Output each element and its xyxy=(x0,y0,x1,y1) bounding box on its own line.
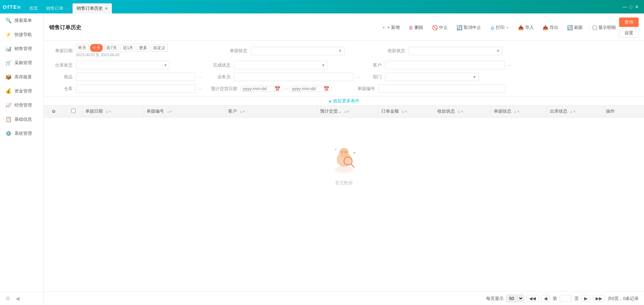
tab-sales-order[interactable]: 销售订单 ✕ xyxy=(42,3,73,13)
salesperson-input[interactable] xyxy=(234,73,353,81)
warehouse-ellipsis-icon[interactable]: ··· xyxy=(197,86,204,91)
sidebar-item-purchase-mgmt-label: 采购管理 xyxy=(14,60,32,66)
basic-info-icon: 📋 xyxy=(5,116,12,122)
th-operation: 操作 xyxy=(603,106,644,117)
delete-button[interactable]: 🗑 删除 xyxy=(406,23,426,32)
first-page-button[interactable]: ◀◀ xyxy=(526,295,539,302)
th-settings[interactable]: ⚙ xyxy=(44,106,64,117)
page-suffix-label: 页 xyxy=(574,296,579,302)
settings-gear-icon[interactable]: ⚙ xyxy=(52,109,56,114)
refresh-button[interactable]: 🔃 刷新 xyxy=(564,23,586,32)
sidebar-item-basic-info[interactable]: 📋 基础信息 xyxy=(0,112,43,126)
date-1month-btn[interactable]: 近1月 xyxy=(121,44,136,52)
import-button[interactable]: 📥 导入 xyxy=(515,23,536,32)
status-dropdown[interactable]: ▼ xyxy=(251,47,345,55)
status-select[interactable] xyxy=(251,47,345,55)
dept-dropdown[interactable]: ▼ xyxy=(385,73,479,81)
page-number-input[interactable]: 1 xyxy=(560,295,572,302)
doc-number-input[interactable] xyxy=(378,84,506,93)
goods-ellipsis-icon[interactable]: ··· xyxy=(197,74,204,80)
maximize-icon[interactable]: □ xyxy=(630,4,632,9)
close-window-icon[interactable]: ✕ xyxy=(635,4,639,9)
payment-dropdown[interactable]: ▼ xyxy=(409,47,503,55)
sidebar-item-sales-mgmt[interactable]: 📊 销售管理 xyxy=(0,42,43,56)
expected-date-start-input[interactable] xyxy=(243,86,273,91)
sidebar-item-system-mgmt[interactable]: ⚙️ 系统管理 xyxy=(0,126,43,141)
import-icon: 📥 xyxy=(518,25,524,30)
sidebar-item-inventory-check-label: 库存核算 xyxy=(14,74,32,80)
sidebar-item-capital-mgmt[interactable]: 💰 资金管理 xyxy=(0,84,43,98)
complete-dropdown[interactable]: ▼ xyxy=(234,61,328,69)
th-doc-number[interactable]: 单据编号 ▲▼ xyxy=(144,106,225,117)
select-all-checkbox[interactable] xyxy=(71,109,76,113)
customer-input[interactable] xyxy=(385,61,505,69)
sidebar-item-purchase-mgmt[interactable]: 🛒 采购管理 xyxy=(0,56,43,70)
th-out-status-label: 出库状态 xyxy=(550,109,567,114)
date-more-btn[interactable]: 更多 xyxy=(137,44,149,52)
th-customer[interactable]: 客户 ▲▼ xyxy=(225,106,317,117)
dept-select[interactable] xyxy=(385,73,479,81)
stop-button[interactable]: 🚫 中止 xyxy=(429,23,450,32)
next-page-button[interactable]: ▶ xyxy=(582,295,590,302)
prev-page-button[interactable]: ◀ xyxy=(541,295,550,302)
sidebar-item-quick-nav[interactable]: ⚡ 快捷导航 xyxy=(0,28,43,42)
print-button[interactable]: 🖨 打印 ▼ xyxy=(487,23,512,32)
date-7days-btn[interactable]: 近7天 xyxy=(104,44,119,52)
system-mgmt-icon: ⚙️ xyxy=(5,130,12,137)
goods-input[interactable] xyxy=(76,73,196,81)
show-detail-checkbox[interactable] xyxy=(593,26,597,30)
payment-select[interactable] xyxy=(409,47,503,55)
complete-select[interactable] xyxy=(234,61,328,69)
out-status-dropdown[interactable]: ▼ xyxy=(76,61,170,69)
query-button[interactable]: 查询 xyxy=(619,17,639,27)
sidebar-item-basic-info-label: 基础信息 xyxy=(14,116,32,122)
sidebar-item-search-menu[interactable]: 🔍 搜索菜单 xyxy=(0,13,43,28)
date-yesterday-btn[interactable]: 昨天 xyxy=(76,44,89,52)
th-doc-status[interactable]: 单据状态 ▲▼ xyxy=(491,106,547,117)
tab-sales-order-close[interactable]: ✕ xyxy=(66,6,69,11)
out-status-select[interactable] xyxy=(76,61,170,69)
export-button[interactable]: 📤 导出 xyxy=(540,23,561,32)
th-expected-date[interactable]: 预计交货... ▲▼ xyxy=(317,106,378,117)
tab-sales-order-history-close[interactable]: ✕ xyxy=(105,6,108,11)
cancel-stop-button[interactable]: 🔄 取消中止 xyxy=(454,23,484,32)
empty-state-row: ✦ ✦ 暂无数据 xyxy=(44,117,644,213)
warehouse-input[interactable] xyxy=(76,84,196,93)
sidebar-item-inventory-check[interactable]: 📦 库存核算 xyxy=(0,70,43,84)
sidebar-settings-icon[interactable]: ⚙ xyxy=(5,295,10,302)
th-customer-sort-icon: ▲▼ xyxy=(240,110,246,113)
minimize-icon[interactable]: — xyxy=(622,4,627,9)
th-customer-label: 客户 xyxy=(228,109,237,114)
show-detail-label[interactable]: 显示明细 xyxy=(593,25,616,31)
last-page-button[interactable]: ▶▶ xyxy=(593,295,605,302)
salesperson-ellipsis-icon[interactable]: ··· xyxy=(355,74,361,80)
table-header-row: ⚙ 单据日期 ▲▼ 单据编号 ▲▼ xyxy=(44,106,644,117)
th-payment-status[interactable]: 收款状态 ▲▼ xyxy=(435,106,491,117)
sidebar-item-operations-mgmt[interactable]: 📈 经营管理 xyxy=(0,98,43,112)
th-payment-status-sort-icon: ▲▼ xyxy=(458,110,464,113)
expected-date-start-wrap: 📅 xyxy=(241,86,283,92)
sales-mgmt-icon: 📊 xyxy=(5,46,12,52)
setting-button[interactable]: 设置 xyxy=(619,28,639,38)
calendar-start-icon[interactable]: 📅 xyxy=(274,86,280,91)
tab-sales-order-history[interactable]: 销售订单历史 ✕ xyxy=(73,3,112,13)
calendar-end-icon[interactable]: 📅 xyxy=(324,86,329,91)
date-today-btn[interactable]: 今天 xyxy=(90,44,103,52)
window-controls: — □ ✕ xyxy=(622,4,641,9)
th-order-amount[interactable]: 订单金额 ▲▼ xyxy=(379,106,435,117)
new-button[interactable]: ＋ + 新增 xyxy=(379,23,402,32)
per-page-select[interactable]: 10 20 50 100 xyxy=(506,295,524,302)
date-custom-btn[interactable]: 自定义 xyxy=(151,44,168,52)
th-checkbox[interactable] xyxy=(64,106,83,117)
customer-ellipsis-icon[interactable]: ··· xyxy=(506,63,513,68)
tab-home[interactable]: 首页 xyxy=(25,3,42,13)
toolbar: ＋ + 新增 🗑 删除 🚫 中止 🔄 取消中止 🖨 打印 xyxy=(379,17,639,38)
th-out-status[interactable]: 出库状态 ▲▼ xyxy=(547,106,603,117)
collapse-bar[interactable]: ▲ 收起更多条件 xyxy=(44,97,644,106)
expected-date-end-input[interactable] xyxy=(292,86,322,91)
th-doc-status-label: 单据状态 xyxy=(494,109,511,114)
search-menu-icon: 🔍 xyxy=(5,17,12,24)
sidebar-collapse-icon[interactable]: ◀ xyxy=(15,295,19,302)
th-doc-date[interactable]: 单据日期 ▲▼ xyxy=(82,106,143,117)
filter-area: 单据日期 昨天 今天 近7天 近1月 更多 自定义 2023-06-02 至 2… xyxy=(44,41,644,97)
